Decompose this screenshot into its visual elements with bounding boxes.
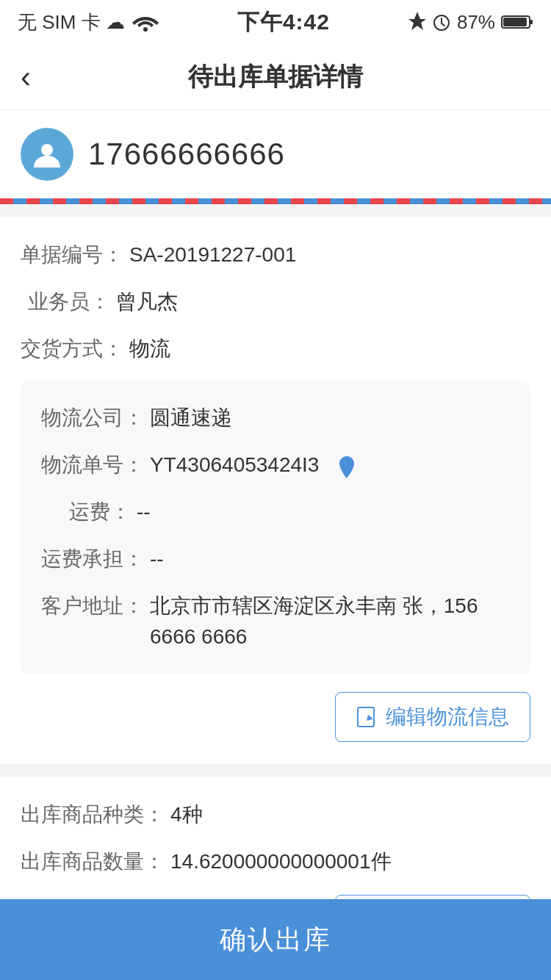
status-left: 无 SIM 卡 ☁ [18, 10, 159, 35]
battery-percentage: 87% [457, 11, 495, 34]
status-time: 下午4:42 [237, 7, 330, 37]
svg-rect-4 [503, 18, 527, 26]
wifi-icon [132, 12, 159, 32]
edit-logistics-label: 编辑物流信息 [386, 703, 509, 731]
tracking-number-row: 物流单号： YT43064053424I3 [41, 450, 510, 480]
avatar [21, 128, 73, 181]
delivery-method-row: 交货方式： 物流 [21, 334, 530, 364]
freight-bearer-value: -- [150, 544, 510, 574]
location-service-icon [408, 12, 426, 32]
delivery-method-label: 交货方式： [21, 334, 129, 364]
status-bar: 无 SIM 卡 ☁ 下午4:42 87% [0, 0, 551, 44]
address-label: 客户地址： [41, 591, 150, 621]
address-row: 客户地址： 北京市市辖区海淀区永丰南 张，156 6666 6666 [41, 591, 510, 652]
svg-point-5 [41, 144, 53, 156]
goods-type-value: 4种 [170, 799, 530, 830]
freight-value: -- [137, 497, 510, 527]
goods-type-row: 出库商品种类： 4种 [21, 799, 530, 830]
alarm-icon [432, 12, 451, 32]
confirm-button-label: 确认出库 [220, 922, 331, 958]
confirm-bar[interactable]: 确认出库 [0, 899, 551, 980]
customer-phone: 17666666666 [88, 137, 285, 172]
svg-point-0 [143, 27, 148, 32]
tracking-number-value: YT43064053424I3 [150, 450, 510, 480]
freight-label: 运费： [41, 497, 137, 527]
tracking-label: 物流单号： [41, 450, 150, 480]
delivery-method-value: 物流 [129, 334, 530, 364]
address-value: 北京市市辖区海淀区永丰南 张，156 6666 6666 [150, 591, 510, 652]
order-number-row: 单据编号： SA-20191227-001 [21, 239, 530, 270]
freight-row: 运费： -- [41, 497, 510, 527]
goods-quantity-row: 出库商品数量： 14.620000000000001件 [21, 846, 530, 877]
sales-person-value: 曾凡杰 [116, 287, 530, 317]
goods-quantity-label: 出库商品数量： [21, 846, 170, 877]
battery-icon [501, 13, 533, 31]
sales-person-label: 业务员： [21, 287, 116, 317]
logistics-card: 物流公司： 圆通速递 物流单号： YT43064053424I3 运费： -- … [21, 381, 530, 674]
freight-bearer-label: 运费承担： [41, 544, 150, 574]
freight-bearer-row: 运费承担： -- [41, 544, 510, 574]
svg-rect-7 [358, 707, 374, 727]
goods-quantity-value: 14.620000000000001件 [170, 846, 530, 877]
order-info-section: 单据编号： SA-20191227-001 业务员： 曾凡杰 交货方式： 物流 … [0, 217, 551, 764]
edit-icon [356, 706, 378, 728]
customer-header: 17666666666 [0, 110, 551, 198]
edit-logistics-button[interactable]: 编辑物流信息 [335, 692, 530, 742]
edit-logistics-action: 编辑物流信息 [21, 692, 530, 742]
logistics-company-label: 物流公司： [41, 403, 150, 433]
nav-bar: ‹ 待出库单据详情 [0, 44, 551, 110]
tracking-location-icon[interactable] [334, 453, 360, 480]
back-button[interactable]: ‹ [21, 60, 31, 95]
order-number-label: 单据编号： [21, 239, 129, 270]
dashed-divider [0, 198, 551, 204]
goods-type-label: 出库商品种类： [21, 799, 170, 830]
page-title: 待出库单据详情 [188, 60, 363, 94]
svg-rect-3 [530, 20, 533, 24]
logistics-company-row: 物流公司： 圆通速递 [41, 403, 510, 433]
sales-person-row: 业务员： 曾凡杰 [21, 287, 530, 317]
status-right: 87% [408, 11, 533, 34]
back-icon: ‹ [21, 60, 31, 94]
logistics-company-value: 圆通速递 [150, 403, 510, 433]
order-number-value: SA-20191227-001 [129, 239, 530, 270]
sim-status: 无 SIM 卡 ☁ [18, 10, 125, 35]
user-icon [31, 138, 63, 170]
